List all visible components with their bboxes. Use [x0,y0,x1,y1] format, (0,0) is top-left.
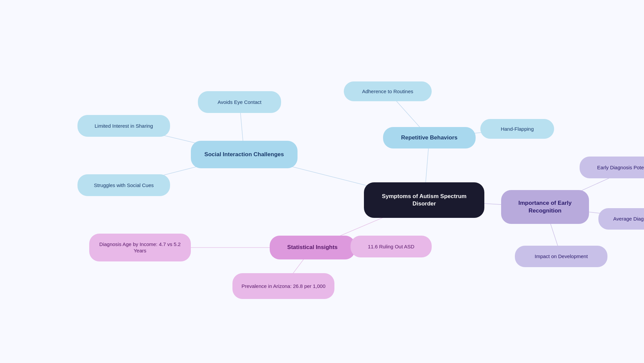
node-repetitive: Repetitive Behaviors [383,127,476,149]
node-early-diagnosis: Early Diagnosis Potential: Age 2 [580,157,644,178]
node-impact-dev: Impact on Development [515,246,607,267]
node-struggles-social: Struggles with Social Cues [77,174,170,196]
node-diagnosis-income: Diagnosis Age by Income: 4.7 vs 5.2 Year… [89,234,191,261]
mind-map: Symptoms of Autism Spectrum DisorderSoci… [0,0,644,363]
node-avg-diagnosis: Average Diagnosis Age: 5 Years [598,208,644,230]
node-adherence: Adherence to Routines [344,81,432,101]
node-limited-interest: Limited Interest in Sharing [77,115,170,137]
node-hand-flapping: Hand-Flapping [480,119,554,139]
center-node: Symptoms of Autism Spectrum Disorder [364,182,484,218]
node-social-interaction: Social Interaction Challenges [191,141,297,169]
node-prevalence: Prevalence in Arizona: 26.8 per 1,000 [232,273,334,299]
node-statistical: Statistical Insights [270,236,355,259]
node-ruling-out: 11.6 Ruling Out ASD [351,236,432,257]
node-avoids-eye: Avoids Eye Contact [198,91,281,113]
node-importance-early: Importance of Early Recognition [501,190,589,224]
